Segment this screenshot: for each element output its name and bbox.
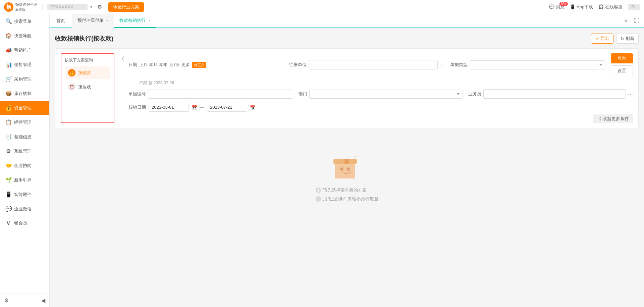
- dept-select[interactable]: [309, 90, 463, 99]
- sidebar-label-inventory: 库存核算: [14, 91, 32, 97]
- bill-type-label: 单据类型: [450, 62, 468, 68]
- finance-icon: 💰: [5, 105, 11, 111]
- sidebar-item-member[interactable]: V 畅会员: [0, 216, 49, 230]
- top-bar-right: 💬 消息 99+ 📱 App下载 🎧 在线客服 Rit: [549, 4, 640, 10]
- salesperson-dots[interactable]: ···: [628, 91, 633, 98]
- svg-point-4: [347, 167, 350, 171]
- filter-option-by-receipt[interactable]: 💰 按收款: [65, 66, 110, 79]
- search-icon: 🔍: [5, 18, 11, 24]
- counterpart-field-group: 往来单位 ···: [289, 60, 444, 69]
- svg-text:✦: ✦: [354, 155, 357, 159]
- sidebar-item-operations[interactable]: 📋 经营管理: [0, 115, 49, 130]
- svg-text:✦: ✦: [332, 162, 334, 166]
- salesperson-input[interactable]: [483, 89, 626, 99]
- sidebar-label-sales: 销售管理: [14, 62, 32, 68]
- sidebar-item-purchase[interactable]: 🛒 采购管理: [0, 72, 49, 86]
- solution-button[interactable]: 体验行业方案: [108, 2, 144, 12]
- tab-home[interactable]: 首页: [50, 14, 72, 28]
- verify-date-start-calendar-icon[interactable]: 📅: [192, 105, 197, 110]
- refresh-button[interactable]: ↻ 刷新: [616, 34, 639, 44]
- hint1-text: 请先选择要分析的方案: [323, 187, 367, 193]
- sidebar-item-system[interactable]: ⚙ 系统管理: [0, 144, 49, 158]
- verify-date-row: 核销日期 📅 — 📅: [128, 103, 633, 112]
- export-button[interactable]: ↗ 导出: [591, 34, 613, 44]
- hint2-num: 2: [316, 196, 321, 202]
- date-field-group: 日期 上月 本月 本年 近7天 更多 自定义: [128, 62, 284, 68]
- counterpart-label: 往来单位: [289, 62, 307, 68]
- dept-field-group: 部门: [299, 90, 463, 99]
- date-btn-this-month[interactable]: 本月: [149, 62, 157, 68]
- sidebar-label-hardware: 智能硬件: [14, 192, 32, 198]
- content-area: 首页 预付冲应付单 × 收款核销执行 × × ⛶ 收款核销执行(按收款) ↗: [50, 14, 644, 307]
- date-btn-more[interactable]: 更多: [182, 62, 190, 68]
- filter-scheme-title: 按以下方案查询: [65, 57, 110, 63]
- operations-icon: 📋: [5, 119, 11, 125]
- tab-bar-actions: × ⛶: [621, 16, 644, 25]
- tab-close-all-button[interactable]: ×: [621, 16, 631, 25]
- app-download-button[interactable]: 📱 App下载: [570, 4, 593, 10]
- sidebar-item-wechat[interactable]: 💬 企业微信: [0, 202, 49, 216]
- sidebar-label-collab: 企业协同: [14, 163, 32, 169]
- settings-icon[interactable]: ⚙: [95, 2, 104, 12]
- sidebar-item-sales[interactable]: 📊 销售管理: [0, 57, 49, 72]
- message-button[interactable]: 💬 消息 99+: [549, 4, 565, 10]
- sidebar-collapse-icon[interactable]: ◀: [41, 297, 45, 304]
- sidebar-item-quick-nav[interactable]: 🏠 快捷导航: [0, 29, 49, 43]
- tab-expand-button[interactable]: ⛶: [632, 16, 641, 25]
- tab-prepay-conflict[interactable]: 预付冲应付单 ×: [72, 14, 114, 28]
- dropdown-arrow-icon[interactable]: ▾: [90, 5, 92, 9]
- marketing-icon: 📣: [5, 47, 11, 53]
- tab-receivable-exec[interactable]: 收款核销执行 ×: [114, 14, 156, 28]
- tab-close-receivable[interactable]: ×: [148, 18, 150, 22]
- sidebar-item-basic-info[interactable]: 📑 基础信息: [0, 130, 49, 144]
- logo-icon: 畅: [4, 2, 13, 12]
- sidebar-item-inventory[interactable]: 📦 库存核算: [0, 86, 49, 101]
- counterpart-dots[interactable]: ···: [440, 61, 445, 68]
- date-btn-custom[interactable]: 自定义: [192, 62, 206, 68]
- sidebar-item-collab[interactable]: 🤝 企业协同: [0, 158, 49, 173]
- collapse-more-button[interactable]: 《 收起更多条件: [593, 114, 633, 123]
- main-layout: 🔍 搜索菜单 🏠 快捷导航 📣 营销推广 📊 销售管理 🛒 采购管理 📦 库存核…: [0, 14, 644, 307]
- bill-type-select[interactable]: [470, 60, 605, 69]
- collapse-left-icon[interactable]: 《: [118, 55, 124, 63]
- verify-date-label: 核销日期: [128, 104, 146, 110]
- sales-icon: 📊: [5, 61, 11, 68]
- settings-button[interactable]: 设置: [611, 65, 633, 76]
- tab-receivable-label: 收款核销执行: [119, 17, 146, 23]
- date-btn-this-year[interactable]: 本年: [159, 62, 167, 68]
- sidebar-item-finance[interactable]: 💰 资金管理: [0, 101, 49, 115]
- sidebar-label-guide: 新手引导: [14, 177, 32, 183]
- filter-row-2: 单据编号 部门 业务员 ···: [128, 89, 633, 99]
- sidebar-settings-icon[interactable]: ⚙: [4, 297, 9, 304]
- empty-hint-2: 2 用[过滤]条件来缩小分析范围: [316, 196, 378, 202]
- sidebar-item-search-menu[interactable]: 🔍 搜索菜单: [0, 14, 49, 29]
- query-button[interactable]: 查询: [611, 53, 633, 63]
- sidebar-label-basic-info: 基础信息: [14, 134, 32, 140]
- sidebar-item-guide[interactable]: 🌱 新手引导: [0, 173, 49, 187]
- collapse-toggle[interactable]: 《: [118, 53, 124, 123]
- date-btn-prev-month[interactable]: 上月: [139, 62, 147, 68]
- verify-date-end-calendar-icon[interactable]: 📅: [250, 105, 256, 110]
- counterpart-input[interactable]: [309, 60, 437, 69]
- sidebar-item-hardware[interactable]: 📱 智能硬件: [0, 187, 49, 202]
- sidebar-item-marketing[interactable]: 📣 营销推广: [0, 43, 49, 57]
- bill-no-input[interactable]: [148, 90, 293, 99]
- service-button[interactable]: 🎧 在线客服: [598, 4, 623, 10]
- hardware-icon: 📱: [5, 191, 11, 198]
- date-btn-7days[interactable]: 近7天: [169, 62, 180, 68]
- bill-no-field-group: 单据编号: [128, 90, 293, 99]
- receivable-option-label: 按应收: [78, 84, 91, 90]
- tab-close-prepay[interactable]: ×: [106, 18, 108, 22]
- message-badge: 99+: [559, 2, 568, 6]
- receipt-option-label: 按收款: [78, 70, 91, 76]
- user-info: Rit: [628, 4, 640, 10]
- verify-date-end-input[interactable]: [207, 103, 247, 112]
- filter-row-1: 日期 上月 本月 本年 近7天 更多 自定义 往来单位 ···: [128, 53, 633, 76]
- sidebar-label-operations: 经营管理: [14, 119, 32, 125]
- filter-option-by-receivable[interactable]: ⏰ 按应收: [65, 81, 110, 93]
- divider: [42, 4, 43, 10]
- verify-date-start-input[interactable]: [149, 103, 189, 112]
- page-content: 收款核销执行(按收款) ↗ 导出 ↻ 刷新 按以下方案查询: [50, 28, 644, 307]
- empty-svg: ✦ ✦ ✦: [330, 148, 364, 182]
- receivable-option-icon: ⏰: [68, 83, 75, 91]
